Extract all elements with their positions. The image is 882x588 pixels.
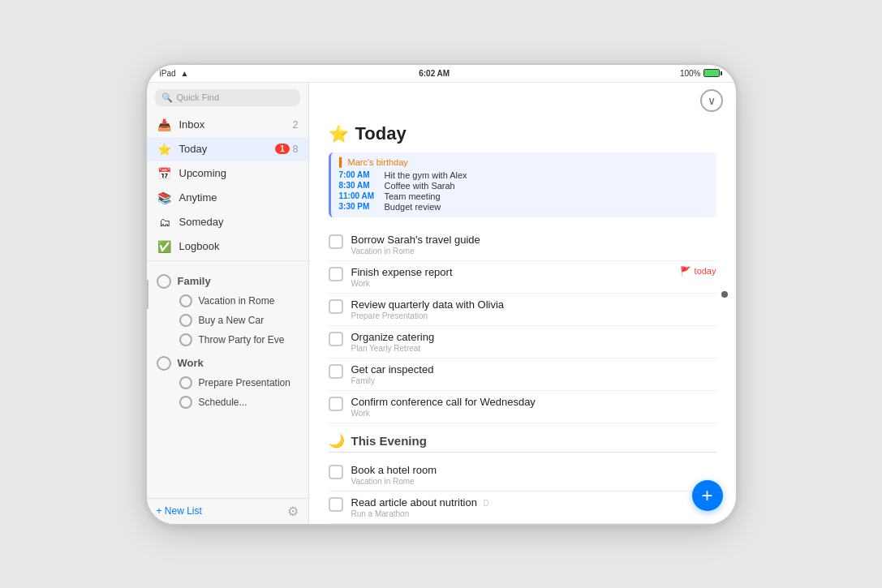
task-body-t3: Review quarterly data with Olivia Prepar…: [351, 298, 716, 320]
cal-text-4: Budget review: [385, 202, 441, 212]
ipad-frame: iPad ▲ 6:02 AM 100% 🔍 Quick Find 📥 Inb: [145, 63, 738, 526]
sidebar-item-anytime[interactable]: 📚 Anytime: [147, 186, 308, 210]
sidebar-item-upcoming[interactable]: 📅 Upcoming: [147, 161, 308, 186]
sidebar-item-logbook[interactable]: ✅ Logbook: [147, 234, 308, 259]
group-family-header[interactable]: Family: [147, 268, 308, 291]
sub-dot-presentation: [179, 376, 192, 389]
upcoming-icon: 📅: [157, 165, 173, 182]
sidebar-item-schedule[interactable]: Schedule...: [147, 393, 308, 412]
logbook-icon: ✅: [157, 238, 173, 255]
new-list-label[interactable]: + New List: [157, 505, 202, 517]
task-item-t5: Get car inspected Family: [329, 358, 716, 391]
task-checkbox-t1[interactable]: [329, 234, 343, 249]
sidebar-item-buy-car[interactable]: Buy a New Car: [147, 311, 308, 330]
anytime-icon: 📚: [157, 190, 173, 206]
task-subtitle-t2: Work: [351, 279, 672, 288]
sidebar-items: 📥 Inbox 2 ⭐ Today 1 8 📅 Upcoming: [147, 113, 308, 498]
vacation-rome-label: Vacation in Rome: [199, 295, 275, 307]
cal-event-1: 7:00 AM Hit the gym with Alex: [339, 170, 708, 180]
cal-event-4: 3:30 PM Budget review: [339, 202, 708, 212]
status-bar-right: 100%: [680, 69, 723, 78]
task-checkbox-e1[interactable]: [329, 465, 343, 479]
flag-icon: 🚩: [680, 266, 691, 277]
task-title-t3: Review quarterly data with Olivia: [351, 298, 716, 311]
cal-text-3: Team meeting: [385, 191, 441, 201]
sidebar-footer[interactable]: + New List ⚙: [147, 498, 308, 524]
task-title-t1: Borrow Sarah's travel guide: [351, 234, 716, 246]
family-group-label: Family: [178, 275, 211, 287]
today-icon: ⭐: [157, 141, 173, 157]
task-subtitle-t6: Work: [351, 409, 716, 418]
buy-car-label: Buy a New Car: [199, 315, 265, 326]
evening-header: 🌙 This Evening: [329, 433, 716, 453]
search-icon: 🔍: [161, 92, 173, 103]
plus-icon: +: [701, 484, 712, 507]
task-item-t6: Confirm conference call for Wednesday Wo…: [329, 391, 716, 423]
inbox-count: 2: [293, 119, 299, 131]
today-label: Today: [179, 143, 276, 155]
add-task-button[interactable]: +: [692, 480, 723, 511]
task-body-e1: Book a hotel room Vacation in Rome: [351, 464, 716, 486]
task-title-t5: Get car inspected: [351, 363, 716, 376]
sidebar-item-vacation-rome[interactable]: Vacation in Rome: [147, 291, 308, 311]
task-subtitle-t5: Family: [351, 376, 716, 385]
task-checkbox-t3[interactable]: [329, 299, 343, 314]
cal-time-3: 11:00 AM: [339, 191, 381, 200]
cal-time-4: 3:30 PM: [339, 202, 381, 211]
evening-section: 🌙 This Evening Book a hotel room Vacatio…: [329, 433, 716, 524]
sidebar-item-someday[interactable]: 🗂 Someday: [147, 210, 308, 234]
tag-d-e2: D: [484, 499, 489, 508]
home-indicator: [721, 291, 728, 298]
side-button[interactable]: [145, 280, 148, 309]
evening-icon: 🌙: [329, 433, 345, 449]
birthday-event: ▍ Marc's birthday: [339, 157, 708, 168]
family-group-icon: [157, 274, 171, 289]
task-item-e2: Read article about nutrition D Run a Mar…: [329, 491, 716, 524]
settings-icon[interactable]: ⚙: [287, 504, 299, 519]
evening-title: This Evening: [351, 434, 427, 448]
sidebar-item-inbox[interactable]: 📥 Inbox 2: [147, 113, 308, 137]
task-checkbox-e2[interactable]: [329, 497, 343, 512]
someday-icon: 🗂: [157, 214, 173, 230]
wifi-icon: ▲: [181, 69, 189, 78]
anytime-label: Anytime: [179, 191, 299, 204]
task-body-t4: Organize catering Plan Yearly Retreat: [351, 331, 716, 353]
task-title-t4: Organize catering: [351, 331, 716, 343]
chevron-down-icon: ∨: [708, 94, 716, 107]
sidebar-item-prepare-presentation[interactable]: Prepare Presentation: [147, 373, 308, 393]
task-flag-t2: 🚩 today: [680, 266, 716, 277]
sub-dot-party: [179, 333, 192, 346]
upcoming-label: Upcoming: [179, 167, 299, 179]
cal-time-2: 8:30 AM: [339, 181, 381, 190]
task-body-t1: Borrow Sarah's travel guide Vacation in …: [351, 234, 716, 255]
task-checkbox-t6[interactable]: [329, 397, 343, 411]
battery-label: 100%: [680, 69, 701, 78]
task-checkbox-t2[interactable]: [329, 267, 343, 281]
status-bar-left: iPad ▲: [160, 69, 189, 78]
battery-icon: [703, 69, 722, 77]
flag-label: today: [695, 266, 716, 276]
main-scroll[interactable]: ⭐ Today ▍ Marc's birthday 7:00 AM Hit th…: [309, 112, 736, 524]
cal-event-3: 11:00 AM Team meeting: [339, 191, 708, 201]
task-item-t1: Borrow Sarah's travel guide Vacation in …: [329, 229, 716, 261]
circle-check-button[interactable]: ∨: [700, 89, 723, 112]
task-checkbox-t4[interactable]: [329, 332, 343, 346]
task-checkbox-t5[interactable]: [329, 364, 343, 379]
group-work-header[interactable]: Work: [147, 350, 308, 373]
main-header: ∨: [309, 83, 736, 112]
task-body-t5: Get car inspected Family: [351, 363, 716, 385]
schedule-label: Schedule...: [199, 397, 247, 408]
today-badge: 1: [275, 144, 290, 154]
sidebar-item-throw-party[interactable]: Throw Party for Eve: [147, 330, 308, 350]
cal-text-1: Hit the gym with Alex: [385, 170, 467, 180]
model-label: iPad: [160, 69, 176, 78]
calendar-block: ▍ Marc's birthday 7:00 AM Hit the gym wi…: [329, 152, 716, 217]
status-bar: iPad ▲ 6:02 AM 100%: [147, 65, 736, 83]
sidebar-item-today[interactable]: ⭐ Today 1 8: [147, 137, 308, 161]
inbox-icon: 📥: [157, 117, 173, 133]
task-subtitle-t3: Prepare Presentation: [351, 311, 716, 320]
task-item-t2: Finish expense report Work 🚩 today: [329, 261, 716, 294]
task-body-t6: Confirm conference call for Wednesday Wo…: [351, 396, 716, 418]
inbox-label: Inbox: [179, 118, 293, 131]
search-bar[interactable]: 🔍 Quick Find: [155, 89, 300, 106]
